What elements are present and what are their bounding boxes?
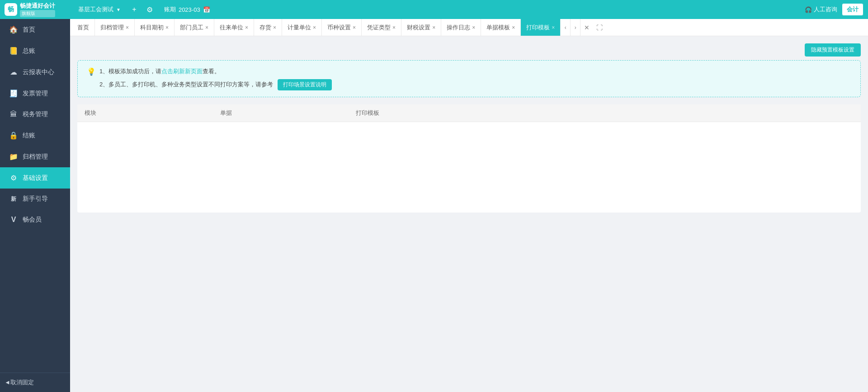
- company-chevron: ▼: [116, 7, 121, 12]
- settings-sidebar-icon: ⚙: [9, 174, 18, 182]
- sidebar-item-guide[interactable]: 新 新手引导: [0, 189, 70, 209]
- tab-inventory[interactable]: 存货 ×: [254, 19, 282, 36]
- print-scene-btn[interactable]: 打印场景设置说明: [278, 79, 332, 90]
- sidebar-label-home: 首页: [23, 26, 35, 34]
- th-module: 模块: [85, 109, 220, 117]
- tab-single-template-label: 单据模板: [486, 24, 510, 32]
- add-button[interactable]: +: [129, 4, 140, 15]
- headset-icon: 🎧: [805, 6, 812, 13]
- hide-template-btn[interactable]: 隐藏预置模板设置: [805, 43, 861, 57]
- table-body: [77, 122, 861, 213]
- sidebar-label-tax: 税务管理: [23, 110, 48, 118]
- tab-operation-log-close[interactable]: ×: [472, 24, 475, 31]
- archive-icon: 📁: [9, 152, 18, 161]
- sidebar-item-archive[interactable]: 📁 归档管理: [0, 146, 70, 167]
- tab-department[interactable]: 部门员工 ×: [175, 19, 214, 36]
- header-actions: + ⚙ 账期 2023-03 📅: [129, 4, 210, 15]
- tab-period-init-label: 科目期初: [140, 24, 164, 32]
- invoice-icon: 🧾: [9, 89, 18, 98]
- tab-tax-settings[interactable]: 财税设置 ×: [401, 19, 441, 36]
- member-icon: V: [9, 216, 18, 224]
- tab-archive[interactable]: 归档管理 ×: [95, 19, 135, 36]
- tab-print-template-label: 打印模板: [526, 24, 550, 32]
- tab-home[interactable]: 首页: [72, 19, 95, 36]
- sidebar-label-closing: 结账: [23, 132, 35, 140]
- sidebar-item-tax[interactable]: 🏛 税务管理: [0, 104, 70, 125]
- tab-print-template-close[interactable]: ×: [552, 24, 555, 31]
- sidebar-item-member[interactable]: V 畅会员: [0, 209, 70, 230]
- tab-next-btn[interactable]: ›: [571, 19, 580, 36]
- tab-inventory-close[interactable]: ×: [273, 24, 276, 31]
- tab-unit-label: 计量单位: [288, 24, 311, 32]
- tab-supplier-close[interactable]: ×: [245, 24, 248, 31]
- calendar-icon[interactable]: 📅: [203, 6, 210, 13]
- tab-supplier[interactable]: 往来单位 ×: [214, 19, 254, 36]
- tab-department-label: 部门员工: [180, 24, 203, 32]
- tab-voucher-type[interactable]: 凭证类型 ×: [362, 19, 401, 36]
- tab-operation-log[interactable]: 操作日志 ×: [441, 19, 481, 36]
- tab-single-template-close[interactable]: ×: [512, 24, 515, 31]
- ledger-icon: 📒: [9, 47, 18, 55]
- cancel-pin-btn[interactable]: ◄取消固定: [0, 373, 70, 392]
- sidebar-label-archive: 归档管理: [23, 153, 48, 161]
- tab-tax-settings-close[interactable]: ×: [432, 24, 435, 31]
- tab-prev-btn[interactable]: ‹: [561, 19, 571, 36]
- ai-service-btn[interactable]: 🎧 人工咨询: [805, 5, 837, 14]
- kuaiji-button[interactable]: 会计: [842, 3, 863, 16]
- closing-icon: 🔒: [9, 131, 18, 140]
- info-row-2: 💡 2、多员工、多打印机、多种业务类型设置不同打印方案等，请参考 打印场景设置说…: [87, 79, 851, 90]
- data-table: 模块 单据 打印模板: [77, 104, 861, 213]
- app-edition: 旗舰版: [20, 10, 55, 17]
- tab-operation-log-label: 操作日志: [447, 24, 470, 32]
- tab-currency[interactable]: 币种设置 ×: [322, 19, 362, 36]
- tab-department-close[interactable]: ×: [205, 24, 208, 31]
- tab-inventory-label: 存货: [259, 24, 271, 32]
- tab-unit[interactable]: 计量单位 ×: [282, 19, 322, 36]
- sidebar-item-reports[interactable]: ☁ 云报表中心: [0, 61, 70, 83]
- sidebar-label-reports: 云报表中心: [23, 68, 54, 76]
- tab-print-template[interactable]: 打印模板 ×: [521, 19, 561, 36]
- main-layout: 🏠 首页 📒 总账 ☁ 云报表中心 🧾 发票管理 🏛 税务管理 🔒 结账: [0, 19, 868, 392]
- tab-tax-settings-label: 财税设置: [407, 24, 430, 32]
- settings-icon[interactable]: ⚙: [144, 4, 155, 15]
- top-header: 畅 畅捷通好会计 旗舰版 基层工会测试 ▼ + ⚙ 账期 2023-03 📅 🎧…: [0, 0, 868, 19]
- content-area: 首页 归档管理 × 科目期初 × 部门员工 × 往来单位 × 存货 ×: [70, 19, 868, 392]
- period-label: 账期: [164, 5, 176, 14]
- tab-voucher-type-close[interactable]: ×: [392, 24, 396, 31]
- sidebar-item-home[interactable]: 🏠 首页: [0, 19, 70, 40]
- sidebar-label-ledger: 总账: [23, 47, 35, 55]
- th-template: 打印模板: [356, 109, 854, 117]
- tab-currency-label: 币种设置: [327, 24, 351, 32]
- tab-currency-close[interactable]: ×: [353, 24, 356, 31]
- refresh-link[interactable]: 点击刷新新页面: [161, 68, 203, 75]
- th-single: 单据: [220, 109, 356, 117]
- reports-icon: ☁: [9, 68, 18, 76]
- tab-supplier-label: 往来单位: [220, 24, 243, 32]
- cancel-pin-label: ◄取消固定: [5, 378, 34, 387]
- tab-unit-close[interactable]: ×: [313, 24, 316, 31]
- tab-period-init[interactable]: 科目期初 ×: [135, 19, 175, 36]
- company-selector[interactable]: 基层工会测试 ▼: [75, 4, 124, 15]
- app-title: 畅捷通好会计: [20, 2, 55, 10]
- tax-icon: 🏛: [9, 110, 18, 118]
- page-content: 隐藏预置模板设置 💡 1、模板添加成功后，请点击刷新新页面查看。 💡 2、多员工…: [70, 36, 868, 392]
- sidebar-nav: 🏠 首页 📒 总账 ☁ 云报表中心 🧾 发票管理 🏛 税务管理 🔒 结账: [0, 19, 70, 373]
- info-banner: 💡 1、模板添加成功后，请点击刷新新页面查看。 💡 2、多员工、多打印机、多种业…: [77, 60, 861, 97]
- tab-close-all-btn[interactable]: ✕: [580, 19, 593, 36]
- header-right: 🎧 人工咨询 会计: [805, 3, 863, 16]
- tab-single-template[interactable]: 单据模板 ×: [481, 19, 521, 36]
- sidebar-label-settings: 基础设置: [23, 174, 48, 182]
- tab-voucher-type-label: 凭证类型: [367, 24, 391, 32]
- logo-icon: 畅: [5, 3, 17, 16]
- sidebar-item-invoice[interactable]: 🧾 发票管理: [0, 83, 70, 104]
- sidebar-label-guide: 新手引导: [23, 195, 48, 203]
- sidebar-item-ledger[interactable]: 📒 总账: [0, 40, 70, 61]
- tab-archive-close[interactable]: ×: [126, 24, 129, 31]
- sidebar-item-settings[interactable]: ⚙ 基础设置: [0, 167, 70, 189]
- sidebar-label-member: 畅会员: [23, 216, 42, 224]
- sidebar: 🏠 首页 📒 总账 ☁ 云报表中心 🧾 发票管理 🏛 税务管理 🔒 结账: [0, 19, 70, 392]
- tab-period-init-close[interactable]: ×: [165, 24, 169, 31]
- sidebar-item-closing[interactable]: 🔒 结账: [0, 125, 70, 146]
- tab-home-label: 首页: [77, 24, 89, 32]
- tab-expand-btn[interactable]: ⛶: [593, 19, 606, 36]
